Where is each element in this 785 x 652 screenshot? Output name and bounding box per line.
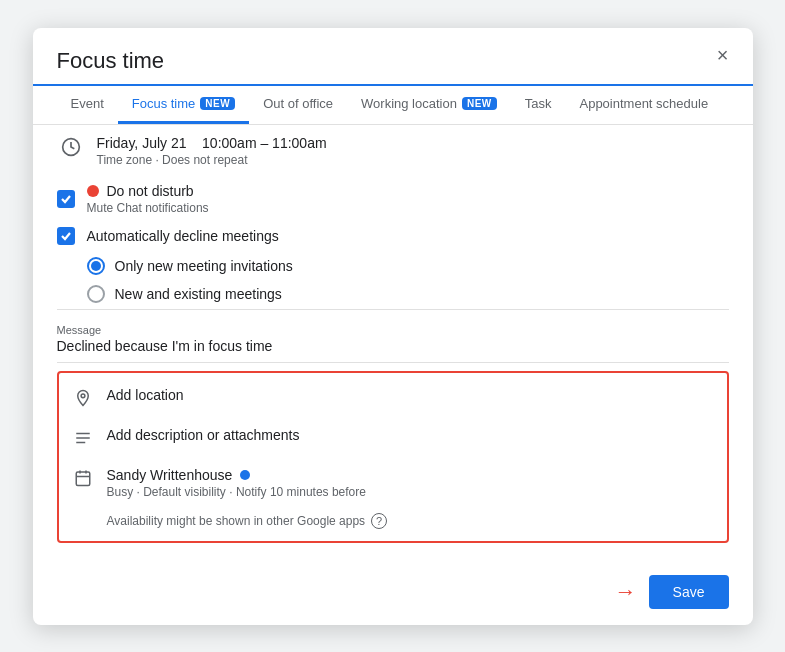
decline-checkbox-row: Automatically decline meetings — [57, 221, 729, 251]
availability-text: Availability might be shown in other Goo… — [107, 514, 366, 528]
close-button[interactable]: × — [707, 40, 739, 72]
datetime-row: Friday, July 21 10:00am – 11:00am Time z… — [57, 125, 729, 177]
calendar-sub: Busy · Default visibility · Notify 10 mi… — [107, 485, 366, 499]
question-icon[interactable]: ? — [371, 513, 387, 529]
calendar-name: Sandy Writtenhouse — [107, 467, 233, 483]
radio-only-new-outer — [87, 257, 105, 275]
divider-1 — [57, 309, 729, 310]
dnd-sub: Mute Chat notifications — [87, 201, 209, 215]
focus-time-badge: NEW — [200, 97, 235, 110]
radio-only-new-label: Only new meeting invitations — [115, 258, 293, 274]
add-description-label: Add description or attachments — [107, 427, 300, 443]
save-button[interactable]: Save — [649, 575, 729, 609]
radio-group: Only new meeting invitations New and exi… — [87, 257, 729, 303]
add-location-label: Add location — [107, 387, 184, 403]
radio-new-existing-label: New and existing meetings — [115, 286, 282, 302]
dnd-red-dot — [87, 185, 99, 197]
dialog-title: Focus time — [33, 28, 753, 86]
clock-icon — [57, 137, 85, 157]
description-icon — [71, 429, 95, 447]
add-description-row[interactable]: Add description or attachments — [59, 417, 727, 457]
message-text: Declined because I'm in focus time — [57, 338, 729, 354]
arrow-hint: → — [615, 579, 637, 605]
dnd-label: Do not disturb — [107, 183, 194, 199]
message-label: Message — [57, 324, 729, 336]
radio-only-new-inner — [91, 261, 101, 271]
tab-focus-time[interactable]: Focus time NEW — [118, 86, 249, 124]
message-section: Message Declined because I'm in focus ti… — [57, 316, 729, 363]
dnd-checkbox-row: Do not disturb Mute Chat notifications — [57, 177, 729, 221]
radio-only-new[interactable]: Only new meeting invitations — [87, 257, 729, 275]
dialog-body: Friday, July 21 10:00am – 11:00am Time z… — [33, 125, 753, 567]
working-location-badge: NEW — [462, 97, 497, 110]
datetime-sub: Time zone · Does not repeat — [97, 153, 729, 167]
availability-row: Availability might be shown in other Goo… — [59, 509, 727, 537]
tab-task[interactable]: Task — [511, 86, 566, 124]
svg-point-1 — [81, 393, 85, 397]
tab-appointment-schedule[interactable]: Appointment schedule — [565, 86, 722, 124]
footer: → Save — [33, 567, 753, 625]
radio-new-existing[interactable]: New and existing meetings — [87, 285, 729, 303]
location-icon — [71, 389, 95, 407]
tab-bar: Event Focus time NEW Out of office Worki… — [33, 86, 753, 125]
decline-checkbox[interactable] — [57, 227, 75, 245]
calendar-row[interactable]: Sandy Writtenhouse Busy · Default visibi… — [59, 457, 727, 509]
datetime-main: Friday, July 21 10:00am – 11:00am — [97, 135, 729, 151]
calendar-dot — [240, 470, 250, 480]
decline-label: Automatically decline meetings — [87, 228, 279, 244]
tab-working-location[interactable]: Working location NEW — [347, 86, 511, 124]
tab-event[interactable]: Event — [57, 86, 118, 124]
arrow-icon: → — [615, 579, 637, 605]
event-dialog: × Focus time Event Focus time NEW Out of… — [33, 28, 753, 625]
dnd-checkbox[interactable] — [57, 190, 75, 208]
highlighted-section: Add location Add description or attachme… — [57, 371, 729, 543]
add-location-row[interactable]: Add location — [59, 377, 727, 417]
svg-rect-5 — [76, 472, 90, 486]
tab-out-of-office[interactable]: Out of office — [249, 86, 347, 124]
radio-new-existing-outer — [87, 285, 105, 303]
calendar-icon — [71, 469, 95, 487]
